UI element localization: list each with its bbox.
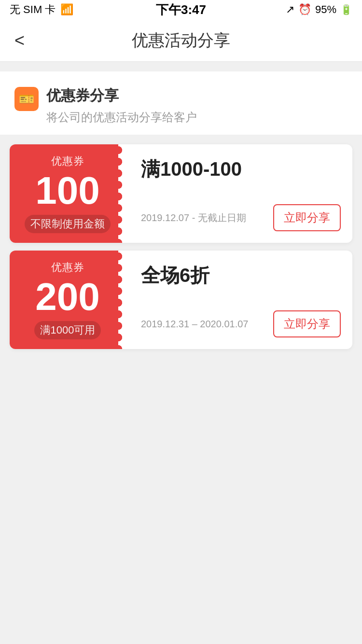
coupon-date-0: 2019.12.07 - 无截止日期 (141, 211, 268, 224)
coupon-card: 优惠券 100 不限制使用金额 满1000-100 2019.12.07 - 无… (10, 144, 352, 243)
coupon-left-0: 优惠券 100 不限制使用金额 (10, 144, 125, 243)
coupon-amount-1: 200 (35, 278, 99, 316)
share-button-0[interactable]: 立即分享 (273, 204, 341, 231)
coupon-amount-0: 100 (35, 171, 99, 210)
status-right: ↗ ⏰ 95% 🔋 (286, 3, 352, 16)
status-time: 下午3:47 (156, 1, 206, 18)
coupon-right-0: 满1000-100 2019.12.07 - 无截止日期 立即分享 (125, 144, 352, 243)
section-title: 优惠券分享 (46, 86, 197, 106)
coupon-label-0: 优惠券 (51, 154, 84, 168)
back-button[interactable]: < (14, 30, 25, 51)
coupon-label-1: 优惠券 (51, 260, 84, 275)
coupon-condition-1: 满1000可用 (34, 321, 101, 339)
battery-percent: 95% (315, 3, 336, 16)
sim-label: 无 SIM 卡 (10, 2, 56, 17)
empty-area (0, 359, 362, 600)
section-emoji: 🎫 (19, 92, 34, 107)
section-header: 🎫 优惠券分享 将公司的优惠活动分享给客户 (0, 71, 362, 135)
section-icon: 🎫 (14, 87, 39, 111)
coupon-right-1: 全场6折 2019.12.31 – 2020.01.07 立即分享 (125, 251, 352, 349)
status-left: 无 SIM 卡 📶 (10, 2, 73, 17)
battery-icon: 🔋 (340, 4, 352, 15)
coupon-card-1: 优惠券 200 满1000可用 全场6折 2019.12.31 – 2020.0… (10, 251, 352, 349)
coupon-title-0: 满1000-100 (141, 156, 341, 182)
coupon-list: 优惠券 100 不限制使用金额 满1000-100 2019.12.07 - 无… (0, 135, 362, 359)
coupon-condition-0: 不限制使用金额 (25, 215, 111, 233)
coupon-left-1: 优惠券 200 满1000可用 (10, 251, 125, 349)
status-bar: 无 SIM 卡 📶 下午3:47 ↗ ⏰ 95% 🔋 (0, 0, 362, 19)
coupon-footer-0: 2019.12.07 - 无截止日期 立即分享 (141, 204, 341, 231)
nav-bar: < 优惠活动分享 (0, 19, 362, 62)
coupon-title-1: 全场6折 (141, 262, 341, 289)
wifi-icon: 📶 (60, 3, 73, 16)
page-title: 优惠活动分享 (132, 29, 230, 52)
coupon-date-1: 2019.12.31 – 2020.01.07 (141, 319, 268, 330)
section-text: 优惠券分享 将公司的优惠活动分享给客户 (46, 86, 197, 125)
location-icon: ↗ (286, 3, 294, 16)
section-desc: 将公司的优惠活动分享给客户 (46, 110, 197, 125)
alarm-icon: ⏰ (298, 3, 311, 16)
coupon-footer-1: 2019.12.31 – 2020.01.07 立即分享 (141, 310, 341, 337)
share-button-1[interactable]: 立即分享 (273, 310, 341, 337)
